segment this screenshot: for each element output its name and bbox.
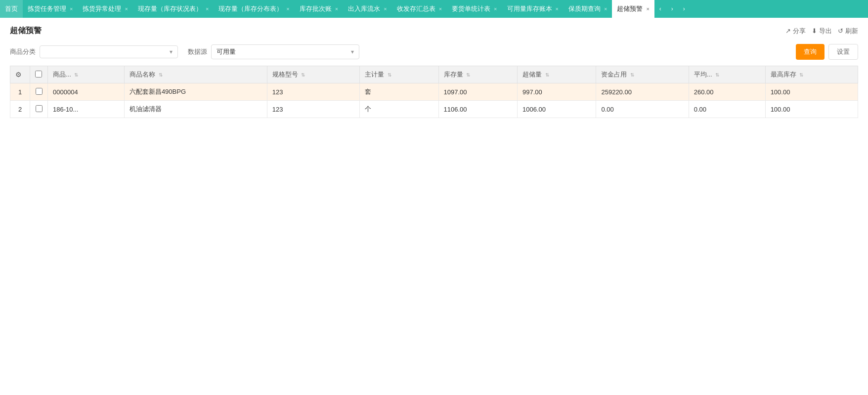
- filter-buttons: 查询 设置: [796, 44, 858, 60]
- row-checkbox-cell[interactable]: [30, 101, 48, 118]
- export-button[interactable]: ⬇ 导出: [812, 27, 832, 36]
- page-title: 超储预警: [10, 26, 42, 36]
- settings-button[interactable]: 设置: [828, 44, 858, 60]
- close-icon[interactable]: ×: [604, 6, 607, 12]
- nav-right-arrow[interactable]: ›: [666, 0, 678, 18]
- cell-overstock: 1006.00: [517, 101, 596, 118]
- nav-item-abnormal[interactable]: 拣货异常处理 ×: [78, 0, 132, 18]
- export-icon: ⬇: [812, 27, 817, 35]
- gear-icon[interactable]: ⚙: [15, 71, 22, 79]
- column-max-stock[interactable]: 最高库存 ⇅: [765, 66, 858, 83]
- close-icon[interactable]: ×: [494, 6, 497, 12]
- nav-left-arrow[interactable]: ‹: [654, 0, 666, 18]
- select-all-checkbox[interactable]: [35, 71, 42, 78]
- sort-icon: ⇅: [74, 72, 78, 78]
- cell-product-name: 机油滤清器: [124, 101, 267, 118]
- filter-area: 商品分类 ▾ 数据源 可用量 ▾ 查询 设置: [10, 44, 858, 60]
- close-icon[interactable]: ×: [70, 6, 73, 12]
- category-filter: 商品分类 ▾: [10, 45, 178, 58]
- nav-item-order-stats[interactable]: 要货单统计表 ×: [447, 0, 502, 18]
- nav-item-quality-period[interactable]: 保质期查询 ×: [564, 0, 612, 18]
- column-gear[interactable]: ⚙: [10, 66, 30, 83]
- close-icon[interactable]: ×: [335, 6, 338, 12]
- cell-overstock: 997.00: [517, 83, 596, 101]
- cell-max-stock: 100.00: [765, 101, 858, 118]
- row-checkbox[interactable]: [36, 105, 43, 112]
- sort-icon: ⇅: [466, 72, 470, 78]
- cell-avg: 0.00: [689, 101, 765, 118]
- sort-icon: ⇅: [799, 72, 803, 78]
- chevron-down-icon: ▾: [351, 48, 354, 55]
- sort-icon: ⇅: [630, 72, 634, 78]
- nav-item-inventory-status[interactable]: 现存量（库存状况表） ×: [133, 0, 214, 18]
- sort-icon: ⇅: [159, 72, 163, 78]
- nav-more-arrow[interactable]: ›: [678, 0, 690, 18]
- share-button[interactable]: ↗ 分享: [785, 27, 806, 36]
- close-icon[interactable]: ×: [125, 6, 128, 12]
- datasource-filter: 数据源 可用量 ▾: [188, 44, 359, 59]
- cell-stock: 1097.00: [438, 83, 517, 101]
- cell-spec: 123: [267, 83, 359, 101]
- row-checkbox[interactable]: [36, 88, 43, 95]
- cell-capital-occ: 259220.00: [596, 83, 689, 101]
- share-icon: ↗: [785, 27, 791, 35]
- column-unit[interactable]: 主计量 ⇅: [360, 66, 438, 83]
- close-icon[interactable]: ×: [439, 6, 442, 12]
- cell-unit: 套: [360, 83, 438, 101]
- cell-max-stock: 100.00: [765, 83, 858, 101]
- nav-item-inventory-dist[interactable]: 现存量（库存分布表） ×: [214, 0, 294, 18]
- column-spec[interactable]: 规格型号 ⇅: [267, 66, 359, 83]
- refresh-button[interactable]: ↺ 刷新: [838, 27, 858, 36]
- chevron-down-icon: ▾: [170, 48, 173, 55]
- row-number: 2: [10, 101, 30, 118]
- nav-item-inout-flow[interactable]: 出入库流水 ×: [343, 0, 391, 18]
- cell-capital-occ: 0.00: [596, 101, 689, 118]
- close-icon[interactable]: ×: [556, 6, 559, 12]
- cell-spec: 123: [267, 101, 359, 118]
- category-label: 商品分类: [10, 47, 36, 56]
- sort-icon: ⇅: [301, 72, 305, 78]
- nav-item-task-mgmt[interactable]: 拣货任务管理 ×: [23, 0, 78, 18]
- close-icon[interactable]: ×: [286, 6, 289, 12]
- nav-item-batch-account[interactable]: 库存批次账 ×: [295, 0, 343, 18]
- cell-product-code: 186-10...: [48, 101, 125, 118]
- nav-item-home[interactable]: 首页: [0, 0, 23, 18]
- datasource-select[interactable]: 可用量 ▾: [211, 44, 359, 59]
- page-content: 超储预警 ↗ 分享 ⬇ 导出 ↺ 刷新 商品分类 ▾ 数据源: [0, 18, 868, 395]
- category-select[interactable]: ▾: [40, 45, 178, 58]
- column-product-code[interactable]: 商品... ⇅: [48, 66, 125, 83]
- nav-item-overstock-warning[interactable]: 超储预警 ×: [612, 0, 654, 18]
- header-actions: ↗ 分享 ⬇ 导出 ↺ 刷新: [785, 27, 858, 36]
- cell-unit: 个: [360, 101, 438, 118]
- close-icon[interactable]: ×: [206, 6, 209, 12]
- page-header: 超储预警 ↗ 分享 ⬇ 导出 ↺ 刷新: [10, 26, 858, 36]
- column-product-name[interactable]: 商品名称 ⇅: [124, 66, 267, 83]
- close-icon[interactable]: ×: [384, 6, 387, 12]
- row-number: 1: [10, 83, 30, 101]
- nav-item-avail-account[interactable]: 可用量库存账本 ×: [502, 0, 564, 18]
- column-checkbox-header[interactable]: [30, 66, 48, 83]
- nav-item-collect-summary[interactable]: 收发存汇总表 ×: [392, 0, 447, 18]
- table-row: 1 0000004 六配套新昌490BPG 123 套 1097.00 997.…: [10, 83, 858, 101]
- cell-product-name: 六配套新昌490BPG: [124, 83, 267, 101]
- query-button[interactable]: 查询: [796, 44, 825, 60]
- row-checkbox-cell[interactable]: [30, 83, 48, 101]
- sort-icon: ⇅: [545, 72, 549, 78]
- column-capital-occ[interactable]: 资金占用 ⇅: [596, 66, 689, 83]
- column-stock[interactable]: 库存量 ⇅: [438, 66, 517, 83]
- data-table: ⚙ 商品... ⇅ 商品名称 ⇅ 规格型号 ⇅ 主计量: [10, 66, 858, 118]
- close-icon[interactable]: ×: [646, 6, 649, 12]
- top-navigation: 首页 拣货任务管理 × 拣货异常处理 × 现存量（库存状况表） × 现存量（库存…: [0, 0, 868, 18]
- datasource-select-value: 可用量: [217, 47, 236, 56]
- cell-stock: 1106.00: [438, 101, 517, 118]
- sort-icon: ⇅: [388, 72, 391, 78]
- table-row: 2 186-10... 机油滤清器 123 个 1106.00 1006.00 …: [10, 101, 858, 118]
- column-avg[interactable]: 平均... ⇅: [689, 66, 765, 83]
- cell-product-code: 0000004: [48, 83, 125, 101]
- cell-avg: 260.00: [689, 83, 765, 101]
- column-overstock[interactable]: 超储量 ⇅: [517, 66, 596, 83]
- datasource-label: 数据源: [188, 47, 207, 56]
- sort-icon: ⇅: [715, 72, 719, 78]
- refresh-icon: ↺: [838, 27, 843, 35]
- table-header-row: ⚙ 商品... ⇅ 商品名称 ⇅ 规格型号 ⇅ 主计量: [10, 66, 858, 83]
